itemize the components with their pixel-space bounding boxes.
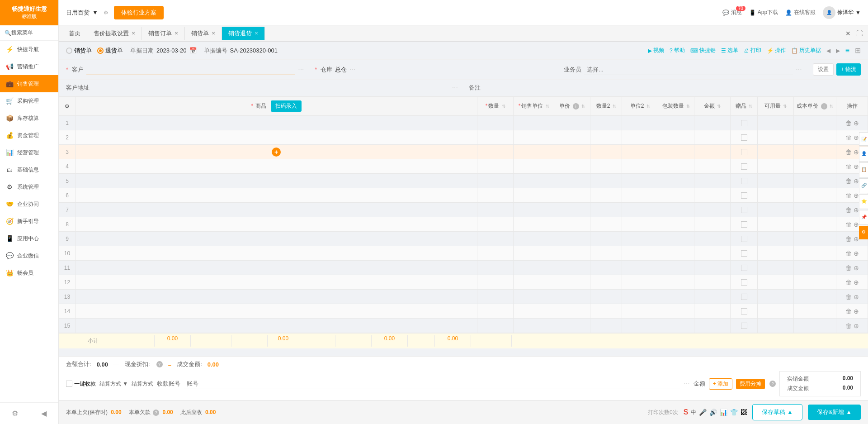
price-sort-icon[interactable]: ⇅ xyxy=(581,104,585,109)
copy-row-btn[interactable]: ⊕ xyxy=(854,119,859,127)
cost-cell[interactable] xyxy=(794,203,836,217)
cost-info-icon[interactable]: i xyxy=(821,103,827,110)
gift-checkbox[interactable] xyxy=(741,308,747,314)
qty-cell[interactable] xyxy=(477,275,514,290)
account-select-btn[interactable]: ··· xyxy=(684,380,689,388)
avail-cell[interactable] xyxy=(758,188,794,203)
qty-cell[interactable] xyxy=(477,304,514,319)
unit2-sort-icon[interactable]: ⇅ xyxy=(646,104,650,109)
gift-cell[interactable] xyxy=(731,130,758,145)
delete-row-btn[interactable]: 🗑 xyxy=(845,221,852,228)
gift-checkbox[interactable] xyxy=(741,323,747,329)
unit-cell[interactable] xyxy=(514,290,554,304)
gift-checkbox[interactable] xyxy=(741,192,747,199)
avail-cell[interactable] xyxy=(758,130,794,145)
unit-cell[interactable] xyxy=(514,188,554,203)
gift-cell[interactable] xyxy=(731,304,758,319)
qty-cell[interactable] xyxy=(477,319,514,333)
amount-cell[interactable] xyxy=(694,304,731,319)
qty-cell[interactable] xyxy=(477,232,514,246)
shortcut-link[interactable]: ⌨ 快捷键 xyxy=(690,47,716,54)
tab-sales[interactable]: 销货单 ✕ xyxy=(185,27,222,40)
unit-cell[interactable] xyxy=(514,261,554,275)
pkg-sort-icon[interactable]: ⇅ xyxy=(686,104,690,109)
price-cell[interactable] xyxy=(554,246,590,261)
nav-prev-btn[interactable]: ◀ xyxy=(826,48,830,54)
amount-cell[interactable] xyxy=(694,275,731,290)
copy-row-btn[interactable]: ⊕ xyxy=(854,177,859,185)
copy-row-btn[interactable]: ⊕ xyxy=(854,134,859,141)
price-info-icon[interactable]: i xyxy=(573,103,579,110)
tab-price[interactable]: 售价提取设置 ✕ xyxy=(87,27,142,40)
avail-cell[interactable] xyxy=(758,203,794,217)
qty-cell[interactable] xyxy=(477,188,514,203)
delete-row-btn[interactable]: 🗑 xyxy=(845,250,852,257)
price-cell[interactable] xyxy=(554,188,590,203)
tab-close-order[interactable]: ✕ xyxy=(175,31,178,36)
pkg-cell[interactable] xyxy=(658,261,694,275)
qty2-cell[interactable] xyxy=(590,217,622,232)
gift-checkbox[interactable] xyxy=(741,236,747,242)
amount-cell[interactable] xyxy=(694,261,731,275)
unit-cell[interactable] xyxy=(514,203,554,217)
gift-checkbox[interactable] xyxy=(741,134,747,141)
goods-cell[interactable] xyxy=(75,319,477,333)
gift-checkbox[interactable] xyxy=(741,250,747,257)
avail-cell[interactable] xyxy=(758,290,794,304)
sidebar-item-marketing[interactable]: 📢 营销推广 xyxy=(0,58,58,75)
cost-cell[interactable] xyxy=(794,261,836,275)
price-cell[interactable] xyxy=(554,290,590,304)
gift-checkbox[interactable] xyxy=(741,149,747,155)
pkg-cell[interactable] xyxy=(658,174,694,188)
avail-cell[interactable] xyxy=(758,217,794,232)
copy-row-btn[interactable]: ⊕ xyxy=(854,235,859,243)
price-cell[interactable] xyxy=(554,261,590,275)
gift-checkbox[interactable] xyxy=(741,207,747,213)
tab-close-sales[interactable]: ✕ xyxy=(212,31,215,36)
amount-cell[interactable] xyxy=(694,246,731,261)
avail-cell[interactable] xyxy=(758,145,794,159)
pkg-cell[interactable] xyxy=(658,217,694,232)
gift-cell[interactable] xyxy=(731,145,758,159)
price-cell[interactable] xyxy=(554,275,590,290)
pkg-cell[interactable] xyxy=(658,188,694,203)
gift-checkbox[interactable] xyxy=(741,120,747,126)
user-menu[interactable]: 👤 徐泽华 ▼ xyxy=(823,6,861,19)
unit-cell[interactable] xyxy=(514,174,554,188)
copy-row-btn[interactable]: ⊕ xyxy=(854,206,859,214)
gift-checkbox[interactable] xyxy=(741,265,747,271)
qty2-cell[interactable] xyxy=(590,275,622,290)
cost-cell[interactable] xyxy=(794,159,836,174)
goods-cell[interactable] xyxy=(75,246,477,261)
unit2-cell[interactable] xyxy=(622,174,658,188)
sidebar-item-system[interactable]: ⚙ 系统管理 xyxy=(0,178,58,195)
copy-row-btn[interactable]: ⊕ xyxy=(854,163,859,170)
delete-row-btn[interactable]: 🗑 xyxy=(845,308,852,315)
qty2-cell[interactable] xyxy=(590,116,622,130)
unit2-cell[interactable] xyxy=(622,159,658,174)
gift-cell[interactable] xyxy=(731,188,758,203)
copy-row-btn[interactable]: ⊕ xyxy=(854,322,859,329)
right-float-btn-6[interactable]: 📌 xyxy=(859,210,868,225)
price-cell[interactable] xyxy=(554,145,590,159)
delete-row-btn[interactable]: 🗑 xyxy=(845,264,852,272)
pkg-cell[interactable] xyxy=(658,290,694,304)
gear-settings-icon[interactable]: ⚙ xyxy=(104,10,108,16)
right-float-btn-7[interactable]: ⚙ xyxy=(859,226,868,239)
amount-cell[interactable] xyxy=(694,232,731,246)
qty-cell[interactable] xyxy=(477,261,514,275)
goods-cell[interactable] xyxy=(75,290,477,304)
add-item-btn[interactable]: + 添加 xyxy=(709,378,732,390)
tab-order[interactable]: 销售订单 ✕ xyxy=(142,27,185,40)
help-link[interactable]: ? 帮助 xyxy=(670,47,685,54)
cost-cell[interactable] xyxy=(794,217,836,232)
amount-cell[interactable] xyxy=(694,217,731,232)
unit2-cell[interactable] xyxy=(622,116,658,130)
unit2-cell[interactable] xyxy=(622,304,658,319)
cost-cell[interactable] xyxy=(794,188,836,203)
customer-select-btn[interactable]: ··· xyxy=(298,66,304,74)
copy-row-btn[interactable]: ⊕ xyxy=(854,192,859,199)
amount-sort-icon[interactable]: ⇅ xyxy=(717,104,721,109)
price-cell[interactable] xyxy=(554,319,590,333)
qty2-cell[interactable] xyxy=(590,188,622,203)
